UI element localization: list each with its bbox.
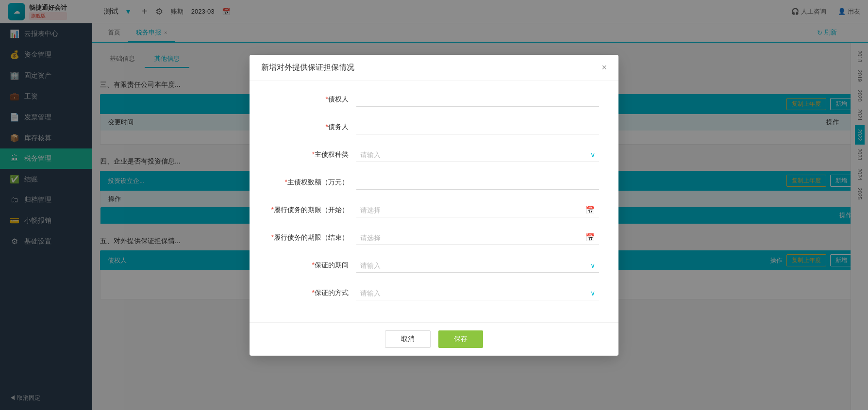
- required-star-guarantee-method: *: [312, 289, 315, 296]
- debt-type-input-wrap[interactable]: ∨: [356, 148, 599, 162]
- guarantee-period-label: *保证的期间: [269, 261, 356, 270]
- required-star-guarantee-period: *: [312, 261, 315, 269]
- guarantee-method-label: *保证的方式: [269, 289, 356, 297]
- period-end-input-wrap[interactable]: 📅: [356, 231, 599, 245]
- dialog-close-button[interactable]: ×: [601, 63, 607, 72]
- form-row-debt-type: *主债权种类 ∨: [269, 148, 599, 162]
- cancel-button[interactable]: 取消: [385, 330, 431, 348]
- dialog-overlay: 新增对外提供保证担保情况 × *债权人 *债务人: [0, 0, 868, 410]
- form-row-debtor: *债务人: [269, 120, 599, 134]
- form-row-guarantee-period: *保证的期间 ∨: [269, 259, 599, 273]
- creditor-input-wrap: [356, 93, 599, 107]
- required-star-period-end: *: [271, 233, 274, 241]
- form-row-debt-amount: *主债权数额（万元）: [269, 176, 599, 190]
- period-end-calendar-icon[interactable]: 📅: [582, 233, 599, 242]
- form-row-period-start: *履行债务的期限（开始） 📅: [269, 203, 599, 217]
- period-end-label: *履行债务的期限（结束）: [269, 233, 356, 242]
- debt-amount-input-wrap: [356, 176, 599, 190]
- save-button[interactable]: 保存: [438, 330, 483, 348]
- period-end-input[interactable]: [356, 231, 582, 245]
- debtor-input[interactable]: [356, 120, 599, 134]
- debt-type-input[interactable]: [356, 148, 586, 162]
- debt-type-dropdown-icon[interactable]: ∨: [586, 151, 599, 159]
- form-row-creditor: *债权人: [269, 93, 599, 107]
- required-star-debt-type: *: [312, 150, 315, 158]
- dialog-header: 新增对外提供保证担保情况 ×: [250, 55, 618, 81]
- guarantee-method-input[interactable]: [356, 286, 586, 300]
- period-start-input[interactable]: [356, 203, 582, 217]
- period-start-calendar-icon[interactable]: 📅: [582, 205, 599, 214]
- period-start-label: *履行债务的期限（开始）: [269, 206, 356, 214]
- guarantee-method-input-wrap[interactable]: ∨: [356, 286, 599, 300]
- dialog-body: *债权人 *债务人 *主债权种类: [250, 81, 618, 322]
- required-star-debtor: *: [326, 123, 328, 131]
- dialog-footer: 取消 保存: [250, 322, 618, 356]
- guarantee-method-dropdown-icon[interactable]: ∨: [586, 289, 599, 297]
- dialog-title: 新增对外提供保证担保情况: [261, 63, 354, 73]
- form-row-period-end: *履行债务的期限（结束） 📅: [269, 231, 599, 245]
- period-start-input-wrap[interactable]: 📅: [356, 203, 599, 217]
- required-star-creditor: *: [326, 95, 328, 103]
- debt-amount-input[interactable]: [356, 176, 599, 189]
- debt-type-label: *主债权种类: [269, 150, 356, 159]
- debtor-label: *债务人: [269, 123, 356, 131]
- required-star-debt-amount: *: [285, 178, 287, 186]
- dialog: 新增对外提供保证担保情况 × *债权人 *债务人: [250, 55, 618, 356]
- debtor-input-wrap: [356, 120, 599, 134]
- creditor-input[interactable]: [356, 93, 599, 106]
- debt-amount-label: *主债权数额（万元）: [269, 178, 356, 187]
- guarantee-period-input[interactable]: [356, 259, 586, 272]
- required-star-period-start: *: [271, 206, 274, 213]
- form-row-guarantee-method: *保证的方式 ∨: [269, 286, 599, 300]
- guarantee-period-input-wrap[interactable]: ∨: [356, 259, 599, 273]
- creditor-label: *债权人: [269, 95, 356, 104]
- guarantee-period-dropdown-icon[interactable]: ∨: [586, 262, 599, 269]
